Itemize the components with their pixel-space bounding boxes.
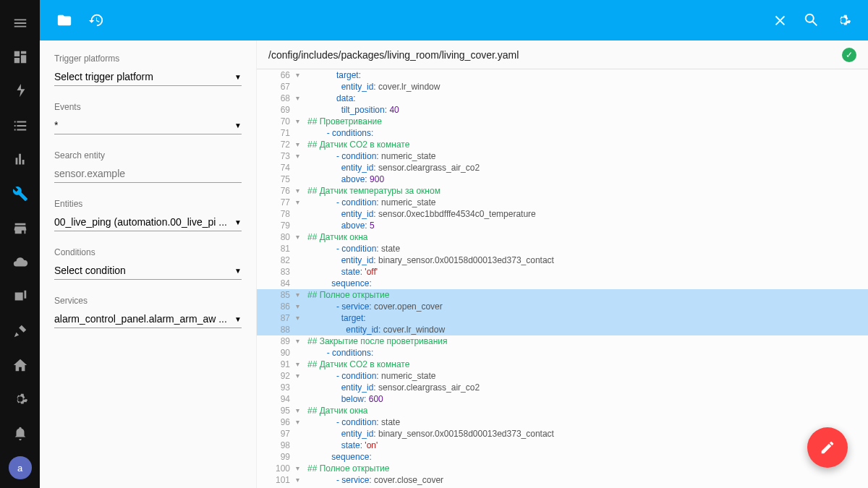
- code-line[interactable]: 83 state: 'off': [257, 266, 868, 278]
- trigger-platforms-label: Trigger platforms: [54, 53, 242, 64]
- code-line[interactable]: 80▾## Датчик окна: [257, 231, 868, 243]
- user-avatar[interactable]: a: [9, 456, 32, 479]
- edit-fab[interactable]: [807, 427, 848, 468]
- code-line[interactable]: 85▾## Полное открытие: [257, 289, 868, 301]
- settings-icon[interactable]: [0, 382, 40, 416]
- editor-pane: /config/includes/packages/living_room/li…: [257, 40, 868, 488]
- code-line[interactable]: 82 entity_id: binary_sensor.0x00158d0001…: [257, 254, 868, 266]
- code-line[interactable]: 99 sequence:: [257, 451, 868, 463]
- dashboard-icon[interactable]: [0, 40, 40, 74]
- code-line[interactable]: 72▾## Датчик CO2 в комнате: [257, 139, 868, 150]
- code-line[interactable]: 75 above: 900: [257, 174, 868, 185]
- code-line[interactable]: 73▾ - condition: numeric_state: [257, 150, 868, 162]
- code-line[interactable]: 71 - conditions:: [257, 127, 868, 139]
- code-line[interactable]: 81 - condition: state: [257, 243, 868, 254]
- status-ok-icon: ✓: [842, 48, 856, 62]
- close-icon[interactable]: [764, 4, 796, 36]
- code-line[interactable]: 86▾ - service: cover.open_cover: [257, 301, 868, 312]
- menu-icon[interactable]: [0, 6, 40, 40]
- code-line[interactable]: 77▾ - condition: numeric_state: [257, 197, 868, 208]
- energy-icon[interactable]: [0, 74, 40, 108]
- code-line[interactable]: 95▾## Датчик окна: [257, 405, 868, 416]
- entities-label: Entities: [54, 199, 242, 209]
- nav-rail: a: [0, 0, 40, 488]
- code-line[interactable]: 68▾ data:: [257, 93, 868, 104]
- code-line[interactable]: 69 tilt_position: 40: [257, 104, 868, 116]
- search-entity-input[interactable]: [54, 165, 242, 183]
- code-line[interactable]: 97 entity_id: binary_sensor.0x00158d0001…: [257, 428, 868, 440]
- list-icon[interactable]: [0, 108, 40, 142]
- code-line[interactable]: 70▾## Проветривание: [257, 116, 868, 127]
- events-label: Events: [54, 102, 242, 112]
- tools-sidebar: Trigger platforms Select trigger platfor…: [40, 40, 257, 488]
- media-icon[interactable]: [0, 280, 40, 314]
- code-line[interactable]: 66▾ target:: [257, 69, 868, 81]
- services-label: Services: [54, 296, 242, 306]
- code-line[interactable]: 74 entity_id: sensor.cleargrass_air_co2: [257, 162, 868, 174]
- code-line[interactable]: 79 above: 5: [257, 220, 868, 231]
- code-line[interactable]: 78 entity_id: sensor.0xec1bbdfffe4534c0_…: [257, 208, 868, 220]
- trigger-platforms-select[interactable]: Select trigger platform▼: [54, 68, 242, 86]
- home-icon[interactable]: [0, 348, 40, 382]
- code-line[interactable]: 100▾## Полное открытие: [257, 463, 868, 474]
- conditions-label: Conditions: [54, 247, 242, 257]
- code-line[interactable]: 67 entity_id: cover.lr_window: [257, 81, 868, 93]
- cloud-icon[interactable]: [0, 245, 40, 279]
- history-icon[interactable]: [80, 4, 112, 36]
- topbar: [40, 0, 868, 40]
- code-line[interactable]: 84 sequence:: [257, 278, 868, 289]
- code-line[interactable]: 92▾ - condition: numeric_state: [257, 370, 868, 382]
- folder-icon[interactable]: [48, 4, 80, 36]
- services-select[interactable]: alarm_control_panel.alarm_arm_aw ...▼: [54, 310, 242, 328]
- chart-icon[interactable]: [0, 142, 40, 176]
- code-line[interactable]: 87▾ target:: [257, 312, 868, 324]
- store-icon[interactable]: [0, 211, 40, 245]
- code-line[interactable]: 98 state: 'on': [257, 440, 868, 451]
- gear-icon[interactable]: [827, 4, 859, 36]
- code-line[interactable]: 90 - conditions:: [257, 347, 868, 359]
- conditions-select[interactable]: Select condition▼: [54, 262, 242, 280]
- code-editor[interactable]: 66▾ target:67 entity_id: cover.lr_window…: [257, 69, 868, 488]
- file-path: /config/includes/packages/living_room/li…: [268, 49, 842, 61]
- code-line[interactable]: 88 entity_id: cover.lr_window: [257, 324, 868, 335]
- code-line[interactable]: 89▾## Закрытие после проветривания: [257, 335, 868, 347]
- search-entity-label: Search entity: [54, 150, 242, 160]
- search-icon[interactable]: [796, 4, 827, 36]
- code-line[interactable]: 91▾## Датчик CO2 в комнате: [257, 359, 868, 370]
- code-line[interactable]: 93 entity_id: sensor.cleargrass_air_co2: [257, 382, 868, 393]
- notifications-icon[interactable]: [0, 416, 40, 450]
- events-select[interactable]: *▼: [54, 116, 242, 134]
- code-line[interactable]: 94 below: 600: [257, 393, 868, 405]
- code-line[interactable]: 76▾## Датчик температуры за окном: [257, 185, 868, 197]
- code-line[interactable]: 101▾ - service: cover.close_cover: [257, 474, 868, 486]
- probe-icon[interactable]: [0, 314, 40, 348]
- code-line[interactable]: 96▾ - condition: state: [257, 416, 868, 428]
- entities-select[interactable]: 00_live_ping (automation.00_live_pi ...▼: [54, 213, 242, 231]
- devtools-icon[interactable]: [0, 177, 40, 211]
